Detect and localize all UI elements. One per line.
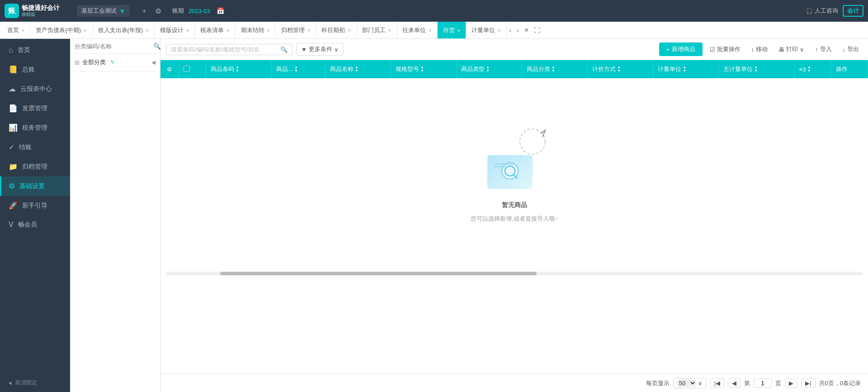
sidebar-label-vip: 畅会员 [18, 221, 37, 229]
settings-icon-button[interactable]: ⚙ [153, 5, 163, 17]
tab-subject-init-close[interactable]: × [348, 28, 350, 33]
empty-state: 暂无商品 您可以选择新增,或者直接导入哦~ [160, 78, 868, 268]
tab-income-expense[interactable]: 收入支出表(年报) × [93, 22, 155, 39]
tab-income-expense-close[interactable]: × [146, 28, 148, 33]
per-page-select-wrapper[interactable]: 50 10 20 100 ∨ [673, 378, 707, 388]
tab-template-design[interactable]: 模版设计 × [155, 22, 195, 39]
sidebar-item-home[interactable]: ⌂ 首页 [0, 41, 70, 60]
tab-scroll-right-button[interactable]: › [514, 22, 522, 39]
sidebar-item-reports[interactable]: ☁ 云报表中心 [0, 79, 70, 99]
horizontal-scrollbar[interactable] [166, 272, 863, 275]
category-search-icon[interactable]: 🔍 [153, 43, 161, 50]
tab-subject-init[interactable]: 科目期初 × [316, 22, 356, 39]
headset-icon: 🎧 [806, 8, 813, 14]
company-selector[interactable]: 基层工会测试 ▼ [77, 5, 130, 17]
ledger-icon: 📒 [9, 65, 18, 74]
tab-measure-unit[interactable]: 计量单位 × [466, 22, 506, 39]
th-name[interactable]: 商品名称▲▼ [325, 60, 391, 78]
logo-text: 畅捷通好会计 旗舰版 [22, 4, 60, 18]
th-code[interactable]: 商品...▲▼ [272, 60, 326, 78]
sidebar-label-home: 首页 [18, 46, 30, 54]
filter-icon: ▼ [301, 46, 307, 53]
tab-expand-button[interactable]: ⛶ [531, 27, 543, 34]
tab-tax-list[interactable]: 税表清单 × [195, 22, 235, 39]
move-icon: ↕ [751, 46, 755, 53]
per-page-select[interactable]: 50 10 20 100 [677, 379, 696, 387]
page-number-input[interactable] [754, 378, 772, 388]
add-product-button[interactable]: + 新增商品 [659, 43, 703, 56]
tab-archive-mgmt-close[interactable]: × [307, 28, 310, 33]
category-edit-icon[interactable]: ✎ [110, 59, 115, 66]
left-search-area: 🔍 [70, 39, 160, 54]
tab-balance-sheet-close[interactable]: × [84, 28, 86, 33]
tab-period-transfer-close[interactable]: × [267, 28, 270, 33]
user-badge[interactable]: 会计 [843, 5, 863, 17]
sidebar-item-archive[interactable]: 📁 归档管理 [0, 157, 70, 176]
sidebar-label-settings: 基础设置 [19, 182, 45, 190]
calendar-icon[interactable]: 📅 [217, 7, 224, 14]
tab-inventory[interactable]: 存货 × [438, 22, 466, 39]
tab-template-design-close[interactable]: × [186, 28, 189, 33]
tab-tax-list-close[interactable]: × [226, 28, 229, 33]
scrollbar-thumb [220, 272, 537, 275]
sidebar-item-closing[interactable]: ✓ 结账 [0, 137, 70, 157]
first-page-button[interactable]: |◀ [710, 378, 724, 388]
sidebar-unpin-button[interactable]: ◄ 取消固定 [0, 373, 70, 392]
left-panel: 🔍 ⊞ 全部分类 ✎ ◀ [70, 39, 160, 392]
tab-archive-mgmt[interactable]: 归档管理 × [276, 22, 316, 39]
th-unit[interactable]: 计量单位▲▼ [653, 60, 719, 78]
move-label: 移动 [756, 45, 768, 53]
add-tab-button[interactable]: ＋ [139, 5, 150, 18]
sidebar-item-invoice[interactable]: 📄 发票管理 [0, 99, 70, 118]
tab-home-close[interactable]: × [22, 28, 24, 33]
tab-close-all-button[interactable]: × [522, 26, 531, 34]
tab-counterparty-close[interactable]: × [429, 28, 431, 33]
tab-home[interactable]: 首页 × [2, 22, 30, 39]
product-search-input[interactable] [171, 46, 278, 53]
table-wrapper: ⚙ 商品条码▲▼ 商品...▲▼ 商品名称▲▼ [160, 60, 868, 374]
human-service-button[interactable]: 🎧 人工咨询 [806, 7, 838, 15]
tab-inventory-close[interactable]: × [458, 28, 460, 33]
tab-subject-init-label: 科目期初 [321, 26, 345, 34]
category-search-input[interactable] [75, 43, 151, 50]
tab-income-expense-label: 收入支出表(年报) [98, 26, 143, 34]
tab-template-design-label: 模版设计 [160, 26, 184, 34]
prev-page-button[interactable]: ◀ [728, 378, 741, 388]
import-button[interactable]: ↑ 导入 [811, 43, 835, 55]
tab-counterparty-label: 往来单位 [402, 26, 426, 34]
th-type[interactable]: 商品类型▲▼ [457, 60, 522, 78]
th-checkbox[interactable] [179, 60, 206, 78]
sidebar-item-settings[interactable]: ⚙ 基础设置 [0, 176, 70, 196]
tab-dept-staff[interactable]: 部门员工 × [357, 22, 397, 39]
left-panel-collapse-button[interactable]: ◀ [151, 59, 156, 66]
sidebar-item-tax[interactable]: 📊 税务管理 [0, 118, 70, 137]
batch-action-button[interactable]: ☑ 批量操作 [706, 43, 744, 55]
tab-dept-staff-close[interactable]: × [388, 28, 391, 33]
tab-counterparty[interactable]: 往来单位 × [397, 22, 437, 39]
sidebar-item-guide[interactable]: 🚀 新手引导 [0, 196, 70, 215]
tab-measure-unit-close[interactable]: × [498, 28, 500, 33]
th-barcode[interactable]: 商品条码▲▼ [206, 60, 272, 78]
th-settings[interactable]: ⚙ [160, 60, 179, 78]
export-button[interactable]: ↓ 导出 [839, 43, 863, 55]
product-search-icon[interactable]: 🔍 [280, 46, 288, 53]
last-page-button[interactable]: ▶| [801, 378, 815, 388]
sidebar-item-vip[interactable]: V 畅会员 [0, 215, 70, 234]
tab-period-transfer[interactable]: 期末结转 × [236, 22, 276, 39]
th-main-unit[interactable]: 主计量单位▲▼ [719, 60, 795, 78]
sidebar-item-ledger[interactable]: 📒 总账 [0, 60, 70, 79]
th-spec[interactable]: 规格型号▲▼ [391, 60, 456, 78]
more-filter-button[interactable]: ▼ 更多条件 ∨ [296, 43, 344, 56]
th-action: 操作 [831, 60, 868, 78]
category-all-item[interactable]: ⊞ 全部分类 ✎ ◀ [70, 54, 160, 71]
move-button[interactable]: ↕ 移动 [748, 43, 772, 55]
sidebar-label-ledger: 总账 [22, 66, 35, 74]
th-category[interactable]: 商品分类▲▼ [522, 60, 588, 78]
period-value[interactable]: 2023-03 [189, 8, 210, 14]
print-button[interactable]: 🖶 打印 ∨ [775, 43, 808, 55]
th-col3[interactable]: ≡3▲▼ [794, 60, 831, 78]
tab-balance-sheet[interactable]: 资产负债表(中期) × [30, 22, 92, 39]
tab-scroll-left-button[interactable]: ‹ [507, 22, 514, 39]
next-page-button[interactable]: ▶ [785, 378, 797, 388]
th-price-method[interactable]: 计价方式▲▼ [588, 60, 653, 78]
